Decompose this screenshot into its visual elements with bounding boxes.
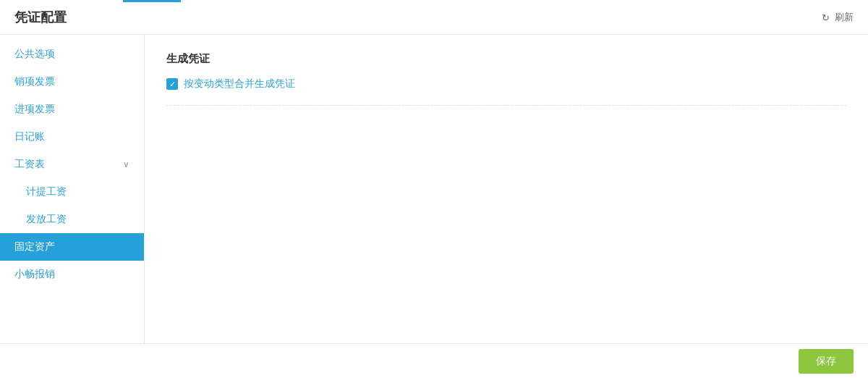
sidebar-item-journal[interactable]: 日记账 [0,123,144,151]
page-header: 凭证配置 ↻ 刷新 [0,0,868,35]
section-divider [166,105,846,106]
sidebar-item-label: 进项发票 [14,103,55,116]
section-title: 生成凭证 [166,52,846,66]
checkbox-label: 按变动类型合并生成凭证 [184,77,295,91]
refresh-label: 刷新 [835,11,854,24]
sidebar-item-label: 日记账 [14,130,45,143]
sidebar-item-expense-claim[interactable]: 小畅报销 [0,261,144,288]
sidebar-item-label: 小畅报销 [14,268,55,281]
merge-checkbox[interactable] [166,78,178,90]
chevron-down-icon: ∨ [123,159,129,169]
sidebar-item-label: 发放工资 [26,213,67,226]
checkbox-row: 按变动类型合并生成凭证 [166,77,846,91]
sidebar: 公共选项销项发票进项发票日记账工资表∨计提工资发放工资固定资产小畅报销 [0,35,145,343]
sidebar-item-payroll-table[interactable]: 工资表∨ [0,151,144,178]
refresh-button[interactable]: ↻ 刷新 [822,11,854,24]
sidebar-item-purchase-invoice[interactable]: 进项发票 [0,96,144,123]
sidebar-item-sales-invoice[interactable]: 销项发票 [0,68,144,96]
footer-bar: 保存 [0,343,868,378]
main-layout: 公共选项销项发票进项发票日记账工资表∨计提工资发放工资固定资产小畅报销 生成凭证… [0,35,868,343]
save-button[interactable]: 保存 [799,349,854,374]
refresh-icon: ↻ [822,12,832,22]
sidebar-item-label: 销项发票 [14,75,55,88]
sidebar-item-label: 工资表 [14,158,45,171]
sidebar-item-label: 固定资产 [14,240,55,253]
sidebar-item-label: 计提工资 [26,185,67,198]
sidebar-item-fixed-assets[interactable]: 固定资产 [0,233,144,261]
content-area: 生成凭证 按变动类型合并生成凭证 [145,35,868,343]
sidebar-item-label: 公共选项 [14,48,55,61]
sidebar-item-issue-salary[interactable]: 发放工资 [0,206,144,233]
sidebar-item-accrual-salary[interactable]: 计提工资 [0,178,144,206]
sidebar-item-public[interactable]: 公共选项 [0,41,144,68]
page-title: 凭证配置 [14,9,67,26]
